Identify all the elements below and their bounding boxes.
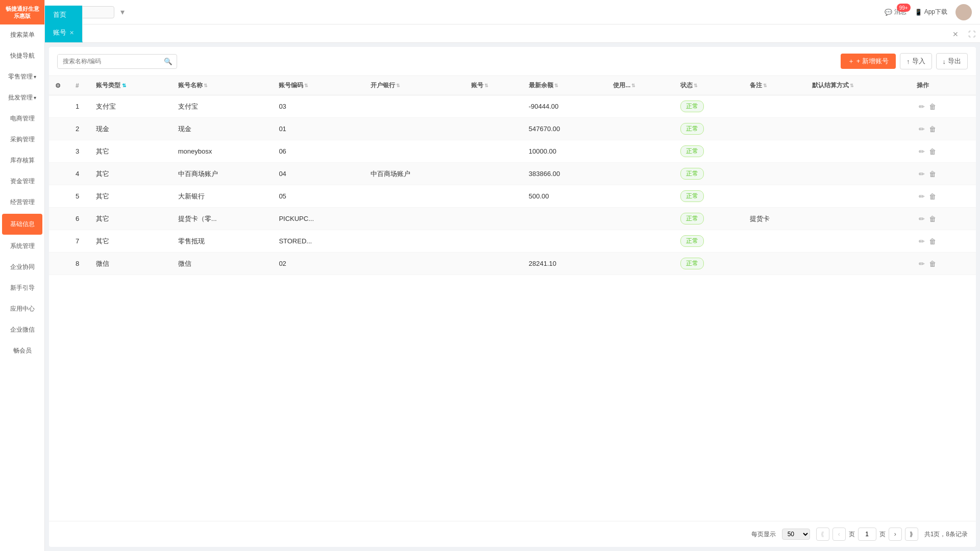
sidebar-item-wechat[interactable]: 企业微信	[0, 319, 44, 340]
delete-button[interactable]: 🗑	[927, 214, 938, 224]
sidebar-item-operations[interactable]: 经营管理	[0, 192, 44, 213]
sidebar-item-search-menu[interactable]: 搜索菜单	[0, 24, 44, 45]
per-page-select[interactable]: 50 20 100	[782, 529, 810, 540]
column-code[interactable]: 账号编码⇅	[273, 76, 364, 95]
cell-type: 现金	[90, 118, 172, 140]
edit-button[interactable]: ✏	[917, 124, 927, 134]
notification-button[interactable]: 💬 消息 99+	[885, 8, 906, 16]
notification-badge: 99+	[897, 4, 911, 12]
column-balance[interactable]: 最新余额⇅	[523, 76, 607, 95]
export-button[interactable]: ↓ 导出	[936, 53, 968, 69]
table-row: 5其它大新银行05500.00正常✏🗑	[49, 185, 976, 208]
cell-type: 其它	[90, 230, 172, 253]
last-page-button[interactable]: ⟫	[905, 528, 918, 541]
add-icon: ＋	[848, 57, 854, 66]
delete-button[interactable]: 🗑	[927, 146, 938, 157]
column-name[interactable]: 账号名称⇅	[172, 76, 273, 95]
delete-button[interactable]: 🗑	[927, 259, 938, 269]
tab-close-accounts[interactable]: ✕	[69, 30, 74, 36]
table-row: 7其它零售抵现STORED...正常✏🗑	[49, 230, 976, 253]
cell-remark	[744, 230, 806, 253]
cell-actions[interactable]: ✏🗑	[911, 185, 976, 208]
sidebar-item-ecommerce[interactable]: 电商管理	[0, 108, 44, 129]
cell-actions[interactable]: ✏🗑	[911, 118, 976, 140]
cell-balance	[523, 208, 607, 230]
page-content: 🔍 ＋ + 新增账号 ↑ 导入 ↓ 导出	[49, 47, 976, 547]
edit-button[interactable]: ✏	[917, 146, 927, 157]
sidebar-item-member[interactable]: 畅会员	[0, 340, 44, 361]
delete-button[interactable]: 🗑	[927, 191, 938, 202]
cell-status: 正常	[674, 163, 744, 185]
sidebar-item-inventory[interactable]: 库存核算	[0, 150, 44, 171]
tab-close-all-button[interactable]: ✕	[947, 26, 964, 42]
cell-default_settlement	[806, 185, 911, 208]
edit-button[interactable]: ✏	[917, 102, 927, 112]
import-button[interactable]: ↑ 导入	[900, 53, 932, 69]
cell-status: 正常	[674, 253, 744, 275]
column-status[interactable]: 状态⇅	[674, 76, 744, 95]
sidebar-item-retail[interactable]: 零售管理 ▾	[0, 66, 44, 87]
search-input[interactable]	[58, 55, 160, 68]
cell-actions[interactable]: ✏🗑	[911, 253, 976, 275]
prev-page-button[interactable]: ‹	[832, 528, 846, 541]
cell-actions[interactable]: ✏🗑	[911, 140, 976, 163]
delete-button[interactable]: 🗑	[927, 169, 938, 179]
sidebar-item-guide[interactable]: 新手引导	[0, 278, 44, 298]
cell-name: 中百商场账户	[172, 163, 273, 185]
logo-text: 畅捷通好生意 乐惠版	[6, 5, 39, 20]
cell-actions[interactable]: ✏🗑	[911, 208, 976, 230]
edit-button[interactable]: ✏	[917, 214, 927, 224]
delete-button[interactable]: 🗑	[927, 124, 938, 134]
edit-button[interactable]: ✏	[917, 169, 927, 179]
tab-home[interactable]: 首页	[45, 6, 83, 24]
column-use[interactable]: 使用...⇅	[607, 76, 674, 95]
sidebar-item-purchase[interactable]: 采购管理	[0, 129, 44, 150]
sidebar-item-app-center[interactable]: 应用中心	[0, 298, 44, 319]
cell-default_settlement	[806, 163, 911, 185]
cell-gear	[49, 208, 69, 230]
cell-bank	[364, 95, 465, 118]
cell-remark	[744, 118, 806, 140]
column-remark[interactable]: 备注⇅	[744, 76, 806, 95]
add-account-button[interactable]: ＋ + 新增账号	[841, 54, 896, 69]
cell-default_settlement	[806, 118, 911, 140]
sidebar-item-basic-info[interactable]: 基础信息	[2, 214, 42, 235]
status-badge: 正常	[680, 145, 704, 157]
edit-button[interactable]: ✏	[917, 259, 927, 269]
page-input[interactable]	[858, 528, 876, 541]
column-gear[interactable]: ⚙	[49, 76, 69, 95]
top-bar-right: 💬 消息 99+ 📱 App下载	[885, 4, 972, 20]
cell-num: 2	[69, 118, 90, 140]
toolbar-right: ＋ + 新增账号 ↑ 导入 ↓ 导出	[841, 53, 968, 69]
app-download-button[interactable]: 📱 App下载	[915, 8, 947, 16]
cell-actions[interactable]: ✏🗑	[911, 95, 976, 118]
edit-button[interactable]: ✏	[917, 191, 927, 202]
app-download-label: App下载	[924, 8, 947, 16]
search-button[interactable]: 🔍	[160, 55, 177, 68]
cell-actions[interactable]: ✏🗑	[911, 163, 976, 185]
edit-button[interactable]: ✏	[917, 236, 927, 246]
column-type[interactable]: 账号类型⇅	[90, 76, 172, 95]
column-default-settlement[interactable]: 默认结算方式⇅	[806, 76, 911, 95]
column-account[interactable]: 账号⇅	[465, 76, 522, 95]
first-page-button[interactable]: ⟪	[816, 528, 829, 541]
sidebar-item-shortcuts[interactable]: 快捷导航	[0, 45, 44, 66]
tab-expand-button[interactable]: ⛶	[964, 26, 980, 42]
column-bank[interactable]: 开户银行⇅	[364, 76, 465, 95]
cell-num: 8	[69, 253, 90, 275]
tab-accounts[interactable]: 账号✕	[45, 24, 83, 42]
sidebar-item-wholesale[interactable]: 批发管理 ▾	[0, 87, 44, 108]
sidebar-item-finance[interactable]: 资金管理	[0, 171, 44, 192]
sidebar-item-contract[interactable]: 企业协同	[0, 257, 44, 278]
cell-balance	[523, 230, 607, 253]
top-search-chevron[interactable]: ▾	[120, 7, 125, 17]
next-page-button[interactable]: ›	[889, 528, 902, 541]
cell-account	[465, 230, 522, 253]
delete-button[interactable]: 🗑	[927, 102, 938, 112]
avatar[interactable]	[955, 4, 972, 20]
table-row: 1支付宝支付宝03-90444.00正常✏🗑	[49, 95, 976, 118]
sidebar-item-system[interactable]: 系统管理	[0, 236, 44, 257]
cell-status: 正常	[674, 208, 744, 230]
delete-button[interactable]: 🗑	[927, 236, 938, 246]
cell-actions[interactable]: ✏🗑	[911, 230, 976, 253]
